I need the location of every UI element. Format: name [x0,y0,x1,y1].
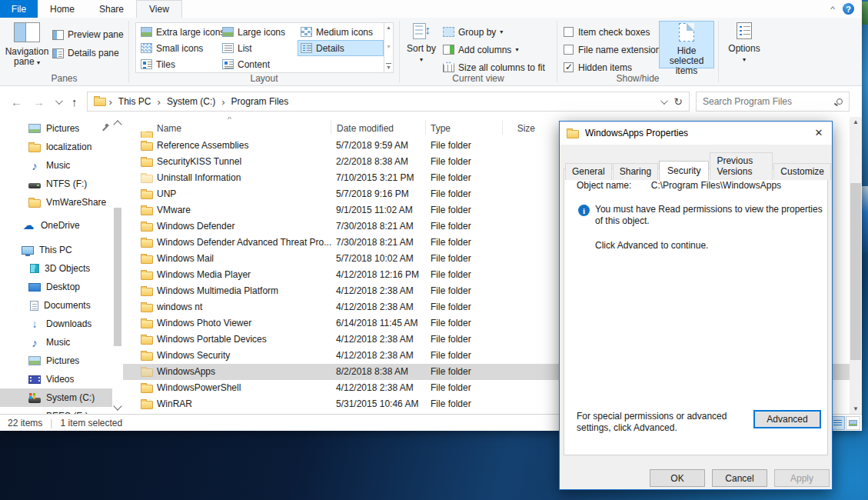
sidebar-item-vmwareshare[interactable]: VmWareShare [0,193,112,212]
sidebar-scroll-down-icon[interactable] [113,402,121,410]
file-date-modified: 4/12/2018 2:38 AM [336,302,414,312]
column-header-size[interactable]: Size [507,123,535,134]
layout-item-large-icons[interactable]: Large icons [219,24,298,40]
sidebar-item-desktop[interactable]: Desktop [0,278,112,296]
file-date-modified: 2/2/2018 8:38 AM [336,156,408,167]
gallery-scroll-up-icon[interactable]: ▲ [386,25,391,31]
desktop-icon-sliver[interactable] [862,2,868,25]
column-header-type[interactable]: Type [431,123,451,134]
sidebar-item-music[interactable]: ♪Music [0,156,112,175]
file-list-scrollbar[interactable]: ▲ ▼ [850,117,862,414]
details-pane-button[interactable]: Details pane [52,44,124,62]
recent-locations-chevron-icon[interactable] [55,97,63,105]
list-scroll-down-icon[interactable]: ▼ [850,405,862,412]
file-type: File folder [431,140,471,151]
sidebar-item-3d-objects[interactable]: 3D Objects [0,259,112,278]
group-by-button[interactable]: Group by▾ [443,23,545,41]
folder-icon [141,132,153,138]
dialog-tab-sharing[interactable]: Sharing [613,163,658,180]
gallery-more-icon[interactable]: ▼ [386,63,391,71]
file-date-modified: 9/1/2015 11:02 AM [336,205,413,215]
ribbon-tab-file[interactable]: File [0,0,38,18]
layout-item-extra-large-icons[interactable]: Extra large icons [138,24,219,40]
sidebar-item-localization[interactable]: localization [0,138,112,156]
dialog-tab-customize[interactable]: Customize [773,163,831,180]
file-date-modified: 4/12/2018 12:16 PM [336,269,419,280]
ribbon-tab-home[interactable]: Home [38,0,87,18]
options-button[interactable]: Options▾ [723,21,765,65]
sidebar-item-videos[interactable]: Videos [0,370,112,388]
file-type: File folder [431,188,471,199]
ribbon-tab-view[interactable]: View [136,0,182,18]
refresh-icon[interactable]: ↻ [673,95,683,108]
sidebar-item-system-c[interactable]: System (C:) [0,388,112,407]
up-icon[interactable]: ↑ [72,95,78,108]
navigation-pane-button[interactable]: Navigation pane ▾ [4,21,50,68]
collapse-ribbon-icon[interactable]: ^ [830,5,835,13]
sidebar-item-onedrive[interactable]: ☁OneDrive [0,216,112,235]
sort-by-button[interactable]: Sort by ▾ [406,21,437,65]
gallery-scroll-down-icon[interactable]: ▼ [386,44,391,50]
file-date-modified: 4/12/2018 2:38 AM [336,285,414,296]
layout-item-content[interactable]: Content [219,56,298,72]
breadcrumb[interactable]: ›This PC›System (C:)›Program Files ↻ [87,92,690,112]
layout-item-tiles[interactable]: Tiles [138,56,219,72]
dialog-tab-previous-versions[interactable]: Previous Versions [710,152,773,180]
sidebar-item-pictures[interactable]: Pictures [0,352,112,370]
file-name: Windows Mail [157,253,332,264]
sidebar-item-this-pc[interactable]: This PC [0,241,112,259]
sidebar-item-documents[interactable]: Documents [0,296,112,315]
desktop-icon-sliver[interactable] [862,186,868,252]
list-scroll-up-icon[interactable]: ▲ [850,118,862,125]
layout-item-list[interactable]: List [219,40,298,56]
layout-item-label: Extra large icons [156,27,224,38]
file-name-extensions-checkbox[interactable]: File name extensions [564,41,665,58]
preview-pane-button[interactable]: Preview pane [52,25,124,44]
sidebar-item-music[interactable]: ♪Music [0,333,112,352]
column-header-name[interactable]: Name [157,123,181,134]
breadcrumb-item-this-pc[interactable]: This PC [114,96,156,107]
layout-item-small-icons[interactable]: Small icons [138,40,219,56]
hide-selected-items-button[interactable]: Hide selected items [659,21,714,68]
ok-button[interactable]: OK [650,469,705,487]
close-icon[interactable]: ✕ [806,122,832,144]
ribbon-tab-share[interactable]: Share [87,0,136,18]
sidebar-item-ntfs-f[interactable]: NTFS (F:) [0,175,112,193]
sidebar-item-downloads[interactable]: ↓Downloads [0,315,112,333]
breadcrumb-item-program-files[interactable]: Program Files [227,96,294,107]
item-check-boxes-checkbox[interactable]: Item check boxes [564,23,665,41]
sidebar-scroll-thumb[interactable] [114,208,121,346]
advanced-button[interactable]: Advanced [753,410,821,428]
add-columns-button[interactable]: Add columns▾ [443,41,545,58]
address-dropdown-chevron-icon[interactable] [660,97,668,105]
apply-button[interactable]: Apply [774,469,830,487]
search-input[interactable]: Search Program Files [696,92,850,112]
partially-visible-row [141,132,156,138]
file-type: File folder [431,269,471,280]
sidebar-scrollbar[interactable] [112,117,123,414]
folder-icon [94,98,106,106]
layout-item-details[interactable]: Details [298,40,384,56]
navigation-pane-label: Navigation pane [5,46,49,67]
gallery-scrollbar[interactable]: ▲ ▼ ▼ [384,23,393,72]
column-header-date-modified[interactable]: Date modified [336,123,394,134]
layout-item-label: Medium icons [316,27,373,38]
breadcrumb-item-system-c[interactable]: System (C:) [162,96,220,107]
down-icon: ↓ [28,318,41,330]
back-icon[interactable]: ← [11,95,22,108]
forward-icon[interactable]: → [33,95,45,108]
cancel-button[interactable]: Cancel [712,469,767,487]
sidebar-item-bees-e[interactable]: BEES (E:) [0,407,112,414]
dialog-tab-security[interactable]: Security [659,161,709,181]
layout-item-medium-icons[interactable]: Medium icons [298,24,384,40]
sidebar-item-label: Pictures [46,355,79,366]
large-icons-view-button[interactable] [846,416,860,430]
music-icon: ♪ [28,336,41,349]
sidebar-item-label: Documents [44,300,91,311]
sidebar-item-pictures[interactable]: Pictures [0,119,112,138]
dialog-tab-general[interactable]: General [565,163,612,180]
sidebar-scroll-up-icon[interactable] [113,120,121,128]
help-icon[interactable]: ? [843,3,854,15]
file-type: File folder [431,237,471,248]
list-scroll-thumb[interactable] [850,183,861,360]
